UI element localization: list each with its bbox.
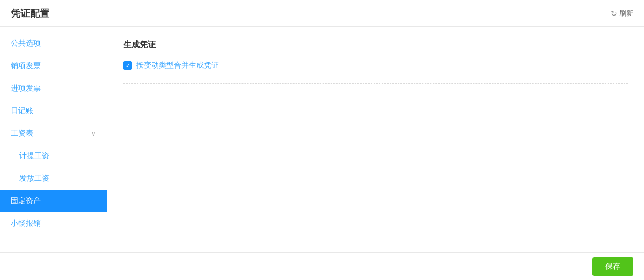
refresh-icon: ↻	[611, 9, 617, 18]
sidebar-item-pay-salary[interactable]: 发放工资	[0, 167, 107, 190]
sidebar-label-payroll: 工资表	[11, 129, 33, 138]
page-wrapper: 凭证配置 ↻ 刷新 公共选项销项发票进项发票日记账工资表∨计提工资发放工资固定资…	[0, 0, 644, 280]
sidebar: 公共选项销项发票进项发票日记账工资表∨计提工资发放工资固定资产小畅报销	[0, 27, 107, 252]
sidebar-label-pay-salary: 发放工资	[19, 174, 49, 183]
sidebar-label-calculate-salary: 计提工资	[19, 151, 49, 161]
merge-checkbox-label: 按变动类型合并生成凭证	[136, 61, 219, 70]
sidebar-item-purchase-invoice[interactable]: 进项发票	[0, 77, 107, 100]
sidebar-item-expense-report[interactable]: 小畅报销	[0, 212, 107, 235]
merge-checkbox[interactable]	[123, 61, 132, 70]
refresh-label: 刷新	[619, 9, 633, 18]
save-button[interactable]: 保存	[592, 257, 633, 276]
sidebar-label-purchase-invoice: 进项发票	[11, 84, 41, 93]
page-title: 凭证配置	[11, 7, 49, 20]
sidebar-label-public-options: 公共选项	[11, 39, 41, 48]
header: 凭证配置 ↻ 刷新	[0, 0, 644, 27]
content-area: 公共选项销项发票进项发票日记账工资表∨计提工资发放工资固定资产小畅报销 生成凭证…	[0, 27, 644, 252]
sidebar-label-journal: 日记账	[11, 106, 33, 116]
sidebar-label-expense-report: 小畅报销	[11, 219, 41, 229]
footer: 保存	[0, 252, 644, 280]
sidebar-item-fixed-assets[interactable]: 固定资产	[0, 190, 107, 212]
sidebar-item-calculate-salary[interactable]: 计提工资	[0, 145, 107, 167]
main-content: 生成凭证 按变动类型合并生成凭证	[107, 27, 644, 252]
section-title: 生成凭证	[123, 40, 628, 50]
sidebar-item-sales-invoice[interactable]: 销项发票	[0, 55, 107, 77]
sidebar-item-journal[interactable]: 日记账	[0, 100, 107, 122]
sidebar-label-fixed-assets: 固定资产	[11, 196, 41, 206]
sidebar-item-payroll[interactable]: 工资表∨	[0, 122, 107, 145]
checkbox-row: 按变动类型合并生成凭证	[123, 61, 628, 70]
sidebar-label-sales-invoice: 销项发票	[11, 61, 41, 71]
refresh-button[interactable]: ↻ 刷新	[611, 9, 633, 18]
sidebar-item-public-options[interactable]: 公共选项	[0, 32, 107, 55]
divider	[123, 83, 628, 84]
chevron-down-icon: ∨	[91, 130, 96, 137]
